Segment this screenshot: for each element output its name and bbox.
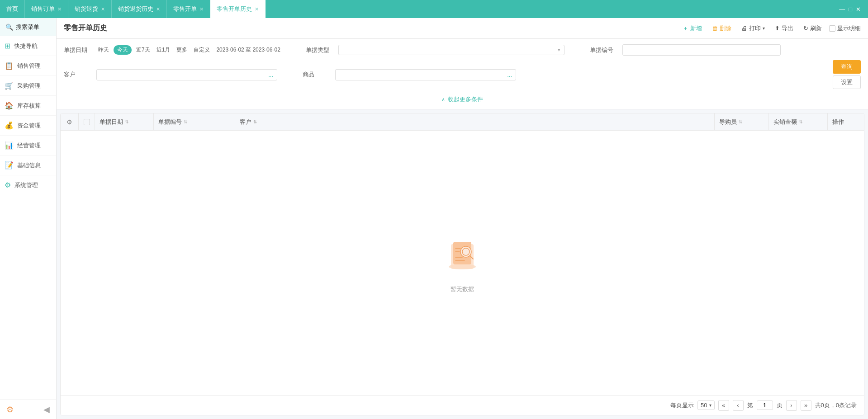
amount-sort-icon: ⇅ <box>799 119 802 124</box>
tab-retail-open-history[interactable]: 零售开单历史 ✕ <box>210 0 266 18</box>
add-button[interactable]: ＋ 新增 <box>680 23 705 34</box>
refresh-button[interactable]: ↻ 刷新 <box>801 23 825 34</box>
order-no-input[interactable] <box>622 44 781 56</box>
print-button[interactable]: 🖨 打印 ▾ <box>739 23 768 34</box>
top-bar: 首页 销售订单 ✕ 销货退货 ✕ 销货退货历史 ✕ 零售开单 ✕ 零售开单历史 … <box>0 0 868 18</box>
date-opt-more[interactable]: 更多 <box>175 45 189 55</box>
first-page-button[interactable]: « <box>718 400 729 411</box>
order-no-label: 单据编号 <box>590 46 615 54</box>
collapse-label: 收起更多条件 <box>448 95 483 104</box>
th-check[interactable] <box>79 113 95 130</box>
export-button[interactable]: ⬆ 导出 <box>772 23 796 34</box>
basic-info-icon: 📝 <box>5 161 14 169</box>
print-arrow-icon: ▾ <box>763 26 765 31</box>
th-date[interactable]: 单据日期 ⇅ <box>95 113 154 130</box>
th-order-no[interactable]: 单据编号 ⇅ <box>154 113 235 130</box>
sidebar-bottom: ⚙ ◀ <box>0 400 56 419</box>
sales-mgmt-icon: 📋 <box>5 61 14 70</box>
page-size-arrow-icon: ▾ <box>709 403 711 408</box>
sidebar-item-basic-info[interactable]: 📝 基础信息 <box>0 155 56 175</box>
page-number-input[interactable] <box>757 400 773 410</box>
tab-retail-open-history-close[interactable]: ✕ <box>255 6 259 12</box>
date-opt-today[interactable]: 今天 <box>114 45 132 55</box>
search-menu-label: 搜索菜单 <box>16 23 39 31</box>
th-gear[interactable]: ⚙ <box>61 113 79 130</box>
sidebar-item-operations[interactable]: 📊 经营管理 <box>0 136 56 155</box>
guide-sort-icon: ⇅ <box>739 119 742 124</box>
date-options: 昨天 今天 近7天 近1月 更多 自定义 2023-06-02 至 2023-0… <box>96 45 280 55</box>
delete-button[interactable]: 🗑 删除 <box>709 23 734 34</box>
tab-sales-return-close[interactable]: ✕ <box>101 6 105 12</box>
page-label: 第 <box>747 401 753 410</box>
export-icon: ⬆ <box>775 25 780 32</box>
order-type-select[interactable]: ▾ <box>338 45 564 55</box>
prev-page-button[interactable]: ‹ <box>733 400 744 411</box>
page-actions: ＋ 新增 🗑 删除 🖨 打印 ▾ ⬆ 导出 ↻ 刷新 <box>680 23 861 34</box>
filter-row-2: 客户 ... 商品 ... 查询 设置 <box>64 60 861 89</box>
sidebar-item-finance[interactable]: 💰 资金管理 <box>0 116 56 136</box>
maximize-button[interactable]: □ <box>849 6 852 13</box>
goods-select[interactable]: ... <box>335 69 516 80</box>
inventory-icon: 🏠 <box>5 101 14 110</box>
settings-gear-icon[interactable]: ⚙ <box>6 405 14 414</box>
customer-label: 客户 <box>64 71 89 79</box>
sidebar-item-label-operations: 经营管理 <box>17 141 41 150</box>
minimize-button[interactable]: — <box>839 6 845 13</box>
add-icon: ＋ <box>683 24 688 33</box>
select-all-checkbox[interactable] <box>84 119 90 125</box>
sidebar-item-label-finance: 资金管理 <box>17 122 41 130</box>
show-detail-checkbox[interactable] <box>829 25 835 32</box>
date-opt-7days[interactable]: 近7天 <box>134 45 152 55</box>
finance-icon: 💰 <box>5 121 14 130</box>
th-customer[interactable]: 客户 ⇅ <box>235 113 715 130</box>
close-button[interactable]: ✕ <box>856 6 861 13</box>
filter-row-1: 单据日期 昨天 今天 近7天 近1月 更多 自定义 2023-06-02 至 2… <box>64 44 861 56</box>
date-opt-yesterday[interactable]: 昨天 <box>96 45 111 55</box>
page-size-select[interactable]: 50 ▾ <box>697 400 714 410</box>
table-header: ⚙ 单据日期 ⇅ 单据编号 ⇅ 客户 ⇅ 导购员 <box>61 113 864 131</box>
tab-sales-order-close[interactable]: ✕ <box>57 6 62 12</box>
date-opt-1month[interactable]: 近1月 <box>155 45 172 55</box>
sidebar-item-inventory[interactable]: 🏠 库存核算 <box>0 96 56 116</box>
page-size-label: 每页显示 <box>670 401 694 410</box>
sidebar-item-purchase-mgmt[interactable]: 🛒 采购管理 <box>0 76 56 96</box>
sidebar-collapse-icon[interactable]: ◀ <box>43 405 50 414</box>
collapse-row[interactable]: ∧ 收起更多条件 <box>64 94 861 105</box>
order-no-sort-icon: ⇅ <box>184 119 187 124</box>
th-date-label: 单据日期 <box>100 118 123 126</box>
sidebar-item-sys-mgmt[interactable]: ⚙ 系统管理 <box>0 175 56 195</box>
tab-bar: 首页 销售订单 ✕ 销货退货 ✕ 销货退货历史 ✕ 零售开单 ✕ 零售开单历史 … <box>0 0 839 18</box>
next-page-button[interactable]: › <box>786 400 797 411</box>
setting-button[interactable]: 设置 <box>833 75 861 89</box>
tab-retail-open-close[interactable]: ✕ <box>199 6 204 12</box>
tab-sales-return-history[interactable]: 销货退货历史 ✕ <box>112 0 167 18</box>
tab-sales-return-history-close[interactable]: ✕ <box>156 6 160 12</box>
sidebar-item-quick-nav[interactable]: ⊞ 快捷导航 <box>0 36 56 56</box>
last-page-button[interactable]: » <box>801 400 811 411</box>
purchase-mgmt-icon: 🛒 <box>5 81 14 90</box>
refresh-label: 刷新 <box>810 24 822 33</box>
show-detail-toggle[interactable]: 显示明细 <box>829 24 861 33</box>
empty-text: 暂无数据 <box>451 285 474 293</box>
query-button[interactable]: 查询 <box>833 60 861 74</box>
page-title: 零售开单历史 <box>64 24 107 33</box>
customer-select[interactable]: ... <box>96 69 277 80</box>
tab-sales-order[interactable]: 销售订单 ✕ <box>25 0 68 18</box>
search-menu[interactable]: 🔍 搜索菜单 <box>0 18 56 36</box>
customer-ellipsis: ... <box>268 71 273 78</box>
sidebar-item-label-sales-mgmt: 销售管理 <box>17 62 41 70</box>
tab-sales-return[interactable]: 销货退货 ✕ <box>68 0 112 18</box>
order-type-arrow-icon: ▾ <box>558 47 560 53</box>
th-amount[interactable]: 实销金额 ⇅ <box>769 113 828 130</box>
th-guide[interactable]: 导购员 ⇅ <box>715 113 769 130</box>
customer-sort-icon: ⇅ <box>253 119 257 124</box>
refresh-icon: ↻ <box>803 25 808 32</box>
quick-nav-icon: ⊞ <box>5 42 10 50</box>
page-unit: 页 <box>777 401 783 410</box>
sidebar-item-sales-mgmt[interactable]: 📋 销售管理 <box>0 56 56 76</box>
date-opt-custom[interactable]: 自定义 <box>192 45 212 55</box>
filter-section: 单据日期 昨天 今天 近7天 近1月 更多 自定义 2023-06-02 至 2… <box>57 39 868 109</box>
tab-home[interactable]: 首页 <box>0 0 25 18</box>
tab-retail-open[interactable]: 零售开单 ✕ <box>167 0 210 18</box>
table-section: ⚙ 单据日期 ⇅ 单据编号 ⇅ 客户 ⇅ 导购员 <box>60 113 864 415</box>
